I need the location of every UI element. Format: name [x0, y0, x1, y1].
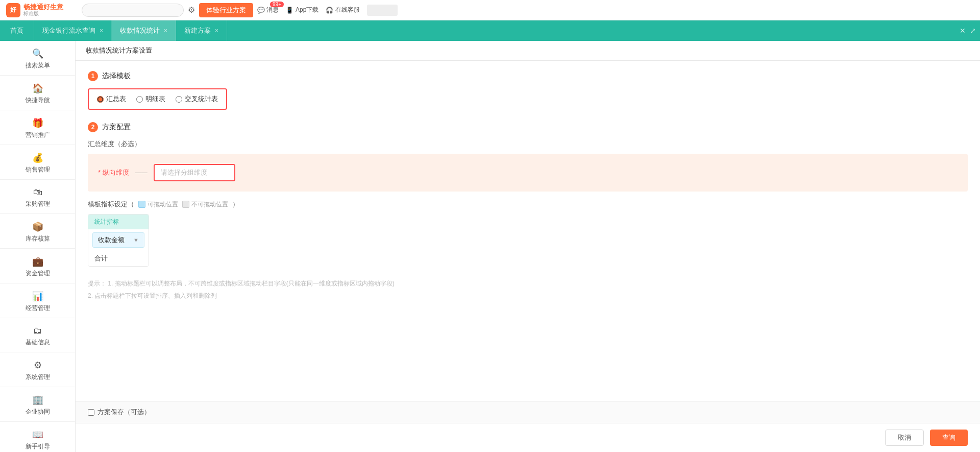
legend-draggable: 可拖动位置: [138, 200, 178, 209]
indicator-settings-area: 模板指标设定（ 可拖动位置 不可拖动位置 ） 统计指标: [88, 200, 968, 268]
sidebar-label-nav: 快捷导航: [26, 96, 50, 105]
sidebar-item-collab[interactable]: 🏢 企业协同: [0, 387, 75, 422]
gift-icon: 🎁: [32, 117, 43, 129]
tab-newplan[interactable]: 新建方案 ×: [176, 20, 227, 41]
non-draggable-label: 不可拖动位置: [191, 200, 228, 209]
template-radio-group: 汇总表 明细表 交叉统计表: [97, 94, 218, 104]
radio-cross[interactable]: 交叉统计表: [176, 94, 218, 104]
legend-non-draggable: 不可拖动位置: [182, 200, 228, 209]
content-area: 收款情况统计方案设置 1 选择模板 汇总表: [76, 41, 980, 452]
step2-section: 2 方案配置 汇总维度（必选） * 纵向维度 —— 请选择分组维度: [88, 122, 968, 301]
draggable-label: 可拖动位置: [148, 200, 178, 209]
sidebar-label-system: 系统管理: [26, 373, 50, 382]
dimension-select[interactable]: 请选择分组维度: [154, 164, 235, 181]
top-bar: 好 畅捷通好生意 标准版 ⚙ 体验行业方案 💬 消息 99+ 📱 App下载 🎧…: [0, 0, 980, 20]
radio-summary-input[interactable]: [97, 96, 104, 103]
briefcase-icon: 💼: [32, 256, 43, 267]
save-checkbox[interactable]: [88, 409, 94, 416]
radio-detail-input[interactable]: [136, 96, 143, 103]
nav-tabs-right: ✕ ⤢: [960, 20, 980, 41]
query-button[interactable]: 查询: [930, 430, 968, 446]
messages-count: 99+: [270, 2, 284, 7]
sidebar-item-purchase[interactable]: 🛍 采购管理: [0, 180, 75, 214]
sidebar-item-system[interactable]: ⚙ 系统管理: [0, 352, 75, 387]
indicator-settings-label: 模板指标设定（: [88, 200, 134, 209]
search-placeholder: [87, 6, 138, 14]
download-area[interactable]: 📱 App下载: [286, 6, 318, 14]
vertical-dim-label: * 纵向维度: [98, 168, 129, 177]
tips-section: 提示： 1. 拖动标题栏可以调整布局，不可跨维度或指标区域拖动栏目字段(只能在同…: [88, 278, 968, 301]
step1-title: 选择模板: [102, 72, 131, 81]
tab-home[interactable]: 首页: [0, 20, 34, 41]
radio-detail[interactable]: 明细表: [136, 94, 165, 104]
search-icon: 🔍: [32, 48, 43, 59]
radio-detail-label[interactable]: 明细表: [145, 94, 165, 104]
settings-icon[interactable]: ⚙: [188, 5, 195, 15]
sidebar-item-marketing[interactable]: 🎁 营销推广: [0, 110, 75, 145]
sidebar-label-search: 搜索菜单: [26, 61, 50, 70]
step2-title: 方案配置: [102, 123, 131, 132]
step2-num: 2: [88, 122, 98, 132]
indicator-total: 合计: [88, 251, 149, 266]
sidebar-item-sales[interactable]: 💰 销售管理: [0, 145, 75, 180]
sidebar-item-nav[interactable]: 🏠 快捷导航: [0, 76, 75, 110]
book-icon: 📖: [32, 429, 43, 440]
stats-title: 统计指标: [88, 215, 149, 229]
cancel-button[interactable]: 取消: [885, 430, 924, 446]
nav-tabs: 首页 现金银行流水查询 × 收款情况统计 × 新建方案 × ✕ ⤢: [0, 20, 980, 41]
save-option-label[interactable]: 方案保存（可选）: [88, 408, 151, 417]
sidebar-item-operations[interactable]: 📊 经营管理: [0, 283, 75, 318]
sidebar-label-base: 基础信息: [26, 338, 50, 347]
dimension-placeholder: 请选择分组维度: [161, 168, 207, 177]
radio-cross-label[interactable]: 交叉统计表: [185, 94, 218, 104]
tab-newplan-close[interactable]: ×: [215, 27, 218, 34]
sidebar-item-inventory[interactable]: 📦 库存核算: [0, 214, 75, 249]
footer-bar: 取消 查询: [76, 423, 980, 452]
tab-cashflow-close[interactable]: ×: [100, 27, 103, 34]
radio-summary[interactable]: 汇总表: [97, 94, 126, 104]
logo-icon: 好: [6, 3, 20, 17]
tab-cashflow-label: 现金银行流水查询: [42, 26, 95, 35]
indicator-header: 模板指标设定（ 可拖动位置 不可拖动位置 ）: [88, 200, 968, 209]
tip-1: 提示： 1. 拖动标题栏可以调整布局，不可跨维度或指标区域拖动栏目字段(只能在同…: [88, 278, 968, 290]
dimension-row: * 纵向维度 —— 请选择分组维度: [98, 164, 958, 181]
indicator-item-payment[interactable]: 收款金额 ▼: [92, 232, 144, 248]
radio-summary-label[interactable]: 汇总表: [106, 94, 126, 104]
tab-newplan-label: 新建方案: [184, 26, 211, 35]
topbar-actions: 💬 消息 99+ 📱 App下载 🎧 在线客服: [257, 5, 398, 16]
tab-cashflow[interactable]: 现金银行流水查询 ×: [34, 20, 112, 41]
template-select-box: 汇总表 明细表 交叉统计表: [88, 88, 227, 110]
sidebar-label-marketing: 营销推广: [26, 131, 50, 139]
sidebar-label-operations: 经营管理: [26, 304, 50, 313]
sidebar-label-sales: 销售管理: [26, 165, 50, 174]
search-bar: [82, 4, 184, 17]
tab-collection[interactable]: 收款情况统计 ×: [112, 20, 176, 41]
sidebar-item-base[interactable]: 🗂 基础信息: [0, 318, 75, 352]
support-icon: 🎧: [326, 7, 333, 14]
form-area: 1 选择模板 汇总表 明细表: [76, 61, 980, 401]
support-label: 在线客服: [335, 6, 360, 14]
main-layout: 🔍 搜索菜单 🏠 快捷导航 🎁 营销推广 💰 销售管理 🛍 采购管理 📦 库存核…: [0, 41, 980, 452]
step2-header: 2 方案配置: [88, 122, 968, 132]
sidebar-label-inventory: 库存核算: [26, 234, 50, 243]
expand-icon[interactable]: ⤢: [970, 27, 976, 35]
sidebar-item-guide[interactable]: 📖 新手引导: [0, 422, 75, 452]
sidebar-item-search[interactable]: 🔍 搜索菜单: [0, 41, 75, 76]
trial-button[interactable]: 体验行业方案: [199, 3, 253, 17]
non-draggable-box: [182, 201, 189, 208]
sidebar-item-finance[interactable]: 💼 资金管理: [0, 249, 75, 283]
sidebar: 🔍 搜索菜单 🏠 快捷导航 🎁 营销推广 💰 销售管理 🛍 采购管理 📦 库存核…: [0, 41, 76, 452]
download-label: App下载: [296, 6, 318, 14]
sidebar-label-finance: 资金管理: [26, 269, 50, 278]
close-all-icon[interactable]: ✕: [960, 27, 966, 35]
logo-badge: 标准版: [23, 11, 63, 17]
user-avatar[interactable]: [367, 5, 398, 16]
tab-collection-close[interactable]: ×: [164, 27, 167, 34]
radio-cross-input[interactable]: [176, 96, 182, 103]
dim-arrow: ——: [135, 169, 148, 176]
messages-area[interactable]: 💬 消息 99+: [257, 6, 279, 14]
support-area[interactable]: 🎧 在线客服: [326, 6, 360, 14]
money-icon: 💰: [32, 152, 43, 163]
draggable-box: [138, 201, 145, 208]
dimension-title: 汇总维度（必选）: [88, 139, 968, 149]
